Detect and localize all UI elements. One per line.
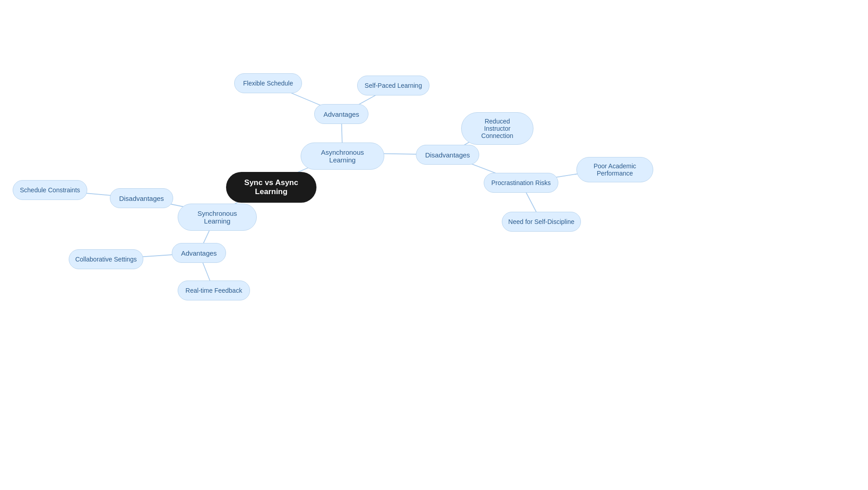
node-self_discipline[interactable]: Need for Self-Discipline (502, 212, 581, 232)
node-collaborative[interactable]: Collaborative Settings (69, 249, 143, 269)
node-label-root: Sync vs Async Learning (239, 178, 304, 196)
node-label-procrastination: Procrastination Risks (491, 179, 551, 186)
node-label-async_adv: Advantages (323, 110, 359, 118)
node-async_adv[interactable]: Advantages (314, 104, 368, 124)
node-label-sync_dis: Disadvantages (119, 195, 164, 202)
node-label-schedule: Schedule Constraints (20, 186, 80, 194)
node-root[interactable]: Sync vs Async Learning (226, 172, 316, 203)
node-schedule[interactable]: Schedule Constraints (13, 180, 87, 200)
node-async_dis[interactable]: Disadvantages (416, 145, 479, 165)
node-procrastination[interactable]: Procrastination Risks (484, 173, 558, 193)
node-label-reduced: Reduced InstructorConnection (471, 118, 524, 139)
node-reduced[interactable]: Reduced InstructorConnection (461, 112, 533, 145)
node-label-realtime: Real-time Feedback (185, 287, 242, 294)
node-label-async_dis: Disadvantages (425, 151, 470, 159)
node-label-collaborative: Collaborative Settings (75, 256, 137, 263)
node-label-self_discipline: Need for Self-Discipline (508, 218, 574, 225)
node-sync_adv[interactable]: Advantages (172, 243, 226, 263)
node-self_paced[interactable]: Self-Paced Learning (357, 76, 429, 95)
node-sync_dis[interactable]: Disadvantages (110, 188, 173, 208)
node-label-sync: Synchronous Learning (188, 209, 246, 225)
node-poor_academic[interactable]: Poor Academic Performance (576, 157, 653, 182)
node-async[interactable]: Asynchronous Learning (301, 143, 384, 170)
node-label-flexible: Flexible Schedule (243, 80, 293, 87)
node-label-self_paced: Self-Paced Learning (365, 82, 422, 89)
node-sync[interactable]: Synchronous Learning (178, 204, 257, 231)
node-realtime[interactable]: Real-time Feedback (178, 281, 250, 300)
node-flexible[interactable]: Flexible Schedule (234, 73, 302, 93)
node-label-sync_adv: Advantages (181, 249, 217, 257)
node-label-poor_academic: Poor Academic Performance (586, 162, 644, 177)
node-label-async: Asynchronous Learning (311, 148, 374, 164)
